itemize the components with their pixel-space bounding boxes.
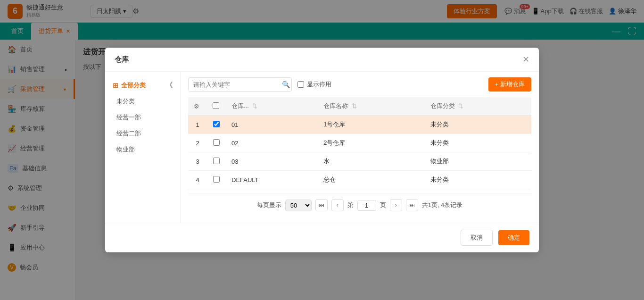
row-name: 水	[318, 152, 424, 171]
pagination: 每页显示 50 100 200 ⏮ ‹ 第 页 › ⏭ 共1页, 4条记录	[188, 193, 531, 217]
row-category: 未分类	[425, 134, 531, 152]
category-sidebar: ⊞ 全部分类 《 未分类 经营一部 经营二部 物业部	[105, 72, 181, 223]
modal-main: 🔍 显示停用 + 新增仓库 ⚙	[181, 72, 539, 223]
cat-item-dept1[interactable]: 经营一部	[105, 109, 180, 125]
cancel-button[interactable]: 取消	[461, 230, 493, 246]
row-checkbox[interactable]	[213, 139, 220, 146]
search-button[interactable]: 🔍	[277, 78, 292, 91]
row-code: DEFAULT	[226, 171, 318, 189]
modal-title: 仓库	[115, 55, 129, 64]
row-checkbox[interactable]	[213, 121, 220, 127]
show-disabled-label: 显示停用	[307, 80, 331, 89]
select-all-checkbox[interactable]	[213, 102, 219, 109]
row-name: 1号仓库	[318, 116, 424, 134]
prev-page-button[interactable]: ‹	[331, 199, 344, 211]
search-input[interactable]	[189, 78, 277, 91]
table-row[interactable]: 4 DEFAULT 总仓 未分类	[188, 171, 531, 189]
row-num: 4	[188, 171, 207, 189]
th-name: 仓库名称 ⇅	[318, 97, 424, 116]
row-checkbox-cell	[207, 171, 226, 189]
per-page-label: 每页显示	[257, 201, 281, 209]
row-code: 01	[226, 116, 318, 134]
grid-icon: ⊞	[113, 82, 118, 89]
modal-overlay: 仓库 ✕ ⊞ 全部分类 《 未分类 经营一部 经营二部 物业部	[0, 0, 644, 300]
sort-icon-cat: ⇅	[458, 102, 463, 109]
table-body: 1 01 1号仓库 未分类 2 02 2号仓库 未分类 3 03 水 物业部 4…	[188, 116, 531, 189]
category-header[interactable]: ⊞ 全部分类 《	[105, 77, 180, 93]
table-header-row: ⚙ 仓库... ⇅ 仓库名称 ⇅	[188, 97, 531, 116]
page-end-label: 页	[380, 201, 386, 209]
table-head: ⚙ 仓库... ⇅ 仓库名称 ⇅	[188, 97, 531, 116]
row-checkbox-cell	[207, 134, 226, 152]
per-page-select[interactable]: 50 100 200	[285, 200, 312, 211]
th-category: 仓库分类 ⇅	[425, 97, 531, 116]
confirm-button[interactable]: 确定	[498, 230, 529, 245]
add-warehouse-button[interactable]: + 新增仓库	[488, 77, 531, 92]
modal-header: 仓库 ✕	[105, 48, 539, 72]
show-disabled-checkbox[interactable]	[297, 81, 304, 88]
modal-close-button[interactable]: ✕	[522, 54, 529, 65]
cat-item-property[interactable]: 物业部	[105, 142, 180, 158]
warehouse-modal: 仓库 ✕ ⊞ 全部分类 《 未分类 经营一部 经营二部 物业部	[105, 48, 539, 252]
row-checkbox[interactable]	[213, 158, 220, 164]
show-disabled-toggle[interactable]: 显示停用	[297, 80, 331, 89]
table-row[interactable]: 3 03 水 物业部	[188, 152, 531, 171]
table-row[interactable]: 2 02 2号仓库 未分类	[188, 134, 531, 152]
page-label: 第	[347, 201, 354, 209]
first-page-button[interactable]: ⏮	[315, 199, 328, 211]
row-name: 总仓	[318, 171, 424, 189]
row-checkbox[interactable]	[213, 176, 220, 183]
cat-item-unclassified[interactable]: 未分类	[105, 93, 180, 109]
category-all-label: 全部分类	[121, 81, 146, 90]
next-page-button[interactable]: ›	[390, 199, 402, 211]
row-category: 物业部	[425, 152, 531, 171]
table-container: ⚙ 仓库... ⇅ 仓库名称 ⇅	[188, 97, 531, 189]
th-settings: ⚙	[188, 97, 207, 116]
row-checkbox-cell	[207, 152, 226, 171]
sort-icon-name: ⇅	[352, 102, 357, 109]
modal-body: ⊞ 全部分类 《 未分类 经营一部 经营二部 物业部 🔍	[105, 72, 539, 223]
row-code: 03	[226, 152, 318, 171]
row-category: 未分类	[425, 116, 531, 134]
row-num: 1	[188, 116, 207, 134]
cat-item-dept2[interactable]: 经营二部	[105, 125, 180, 142]
row-category: 未分类	[425, 171, 531, 189]
row-code: 02	[226, 134, 318, 152]
modal-footer: 取消 确定	[105, 223, 539, 252]
row-num: 3	[188, 152, 207, 171]
row-name: 2号仓库	[318, 134, 424, 152]
last-page-button[interactable]: ⏭	[406, 199, 418, 211]
warehouse-table: ⚙ 仓库... ⇅ 仓库名称 ⇅	[188, 97, 531, 189]
th-checkbox	[207, 97, 226, 116]
collapse-icon[interactable]: 《	[166, 81, 173, 90]
row-num: 2	[188, 134, 207, 152]
row-checkbox-cell	[207, 116, 226, 134]
search-box: 🔍	[188, 77, 292, 92]
table-row[interactable]: 1 01 1号仓库 未分类	[188, 116, 531, 134]
page-input[interactable]	[357, 200, 376, 211]
th-code: 仓库... ⇅	[226, 97, 318, 116]
sort-icon: ⇅	[252, 102, 257, 109]
search-row: 🔍 显示停用 + 新增仓库	[188, 77, 531, 92]
total-info: 共1页, 4条记录	[422, 201, 463, 209]
